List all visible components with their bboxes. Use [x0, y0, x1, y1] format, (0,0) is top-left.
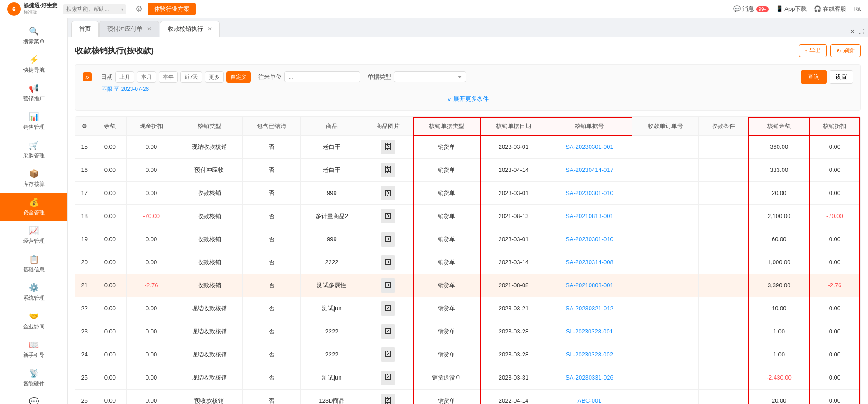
- query-btn[interactable]: 查询: [801, 70, 827, 84]
- refresh-btn[interactable]: ↻ 刷新: [830, 44, 861, 57]
- date-btn-last-month[interactable]: 上月: [115, 71, 134, 83]
- expand-more-btn[interactable]: ∨ 展开更多条件: [447, 95, 489, 103]
- export-btn[interactable]: ↑ 导出: [799, 44, 827, 57]
- tab-close-icon[interactable]: ✕: [850, 28, 855, 35]
- collab-icon: 🤝: [29, 311, 39, 321]
- tab-home[interactable]: 首页: [71, 21, 99, 37]
- th-goods-img: 商品图片: [363, 117, 413, 135]
- row-bill-no[interactable]: SA-20230331-026: [547, 366, 632, 389]
- sidebar-label-purchase: 采购管理: [23, 152, 45, 160]
- setting-btn[interactable]: 设置: [830, 70, 853, 84]
- sidebar-item-marketing[interactable]: 📢 营销推广: [0, 79, 67, 107]
- table-row: 19 0.00 0.00 收款核销 否 999 🖼 销货单 2023-03-01…: [75, 228, 860, 251]
- bill-no-link[interactable]: SL-20230328-001: [566, 328, 613, 335]
- row-bill-no[interactable]: SL-20230328-001: [547, 320, 632, 343]
- tab-prepay[interactable]: 预付冲应付单 ✕: [99, 21, 159, 37]
- settings-icon[interactable]: ⚙: [135, 4, 142, 14]
- bill-type-select[interactable]: [394, 71, 466, 82]
- filter-expand-btn[interactable]: »: [83, 72, 92, 81]
- sidebar-item-hardware[interactable]: 📡 智能硬件: [0, 364, 67, 392]
- bill-no-link[interactable]: SA-20230414-017: [566, 166, 613, 173]
- date-btn-custom[interactable]: 自定义: [226, 71, 251, 83]
- th-bill-date[interactable]: 核销单据日期: [480, 117, 547, 135]
- bill-no-link[interactable]: SL-20230328-002: [566, 351, 613, 358]
- tab-prepay-close-icon[interactable]: ✕: [147, 26, 151, 32]
- sidebar-item-system[interactable]: ⚙️ 系统管理: [0, 278, 67, 307]
- tab-expand-icon[interactable]: ⛶: [859, 28, 864, 35]
- row-condition: [698, 389, 748, 404]
- bill-no-link[interactable]: SA-20230301-001: [566, 143, 613, 150]
- row-verify-type: 现结收款核销: [176, 343, 242, 366]
- row-bill-no[interactable]: SA-20210808-001: [547, 274, 632, 297]
- online-service-item[interactable]: 🎧 在线客服: [814, 5, 846, 13]
- sidebar-item-search[interactable]: 🔍 搜索菜单: [0, 22, 67, 50]
- bill-no-link[interactable]: SA-20210813-001: [566, 213, 613, 219]
- row-bill-no[interactable]: ABC-001: [547, 389, 632, 404]
- sidebar-item-finance[interactable]: 💰 资金管理: [0, 193, 67, 221]
- sidebar-item-shortcut[interactable]: ⚡ 快捷导航: [0, 50, 67, 79]
- row-balance: 0.00: [94, 320, 127, 343]
- sidebar-item-inventory[interactable]: 📦 库存核算: [0, 164, 67, 193]
- sidebar-item-wechat[interactable]: 💬 企业微信: [0, 392, 67, 404]
- row-bill-no[interactable]: SA-20230414-017: [547, 158, 632, 181]
- th-bill-no[interactable]: 核销单据号: [547, 117, 632, 135]
- row-no: 18: [75, 204, 94, 228]
- th-bill-type[interactable]: 核销单据类型: [413, 117, 480, 135]
- sidebar-label-search: 搜索菜单: [23, 38, 45, 46]
- date-btn-more[interactable]: 更多: [205, 71, 224, 83]
- bill-no-link[interactable]: SA-20210808-001: [566, 282, 613, 289]
- row-bill-no[interactable]: SA-20230301-001: [547, 135, 632, 158]
- sidebar-label-collab: 企业协同: [23, 323, 45, 331]
- row-bill-no[interactable]: SA-20230314-008: [547, 251, 632, 274]
- row-included: 否: [242, 228, 300, 251]
- row-included: 否: [242, 297, 300, 320]
- bill-no-link[interactable]: ABC-001: [578, 397, 602, 404]
- row-bill-no[interactable]: SA-20230301-010: [547, 228, 632, 251]
- th-discount[interactable]: 核销折扣: [810, 117, 860, 135]
- message-item[interactable]: 💬 消息 99+: [733, 5, 769, 13]
- sidebar-item-purchase[interactable]: 🛒 采购管理: [0, 136, 67, 164]
- refresh-label: 刷新: [843, 47, 855, 55]
- row-bill-date: 2023-03-14: [480, 251, 547, 274]
- tab-current-close-icon[interactable]: ✕: [208, 26, 212, 32]
- bill-no-link[interactable]: SA-20230314-008: [566, 259, 613, 266]
- tab-current[interactable]: 收款核销执行 ✕: [160, 21, 220, 37]
- date-btn-this-month[interactable]: 本月: [137, 71, 156, 83]
- sidebar-item-sales[interactable]: 📊 销售管理: [0, 107, 67, 136]
- row-order-no: [632, 320, 699, 343]
- bill-no-link[interactable]: SA-20230301-010: [566, 190, 613, 196]
- row-no: 19: [75, 228, 94, 251]
- row-bill-no[interactable]: SA-20230321-012: [547, 297, 632, 320]
- table-settings-icon[interactable]: ⚙: [82, 123, 87, 129]
- row-bill-no[interactable]: SL-20230328-002: [547, 343, 632, 366]
- logo: 6 畅捷通·好生意 标准版: [7, 2, 57, 16]
- industry-btn[interactable]: 体验行业方案: [148, 3, 196, 15]
- row-no: 17: [75, 181, 94, 204]
- top-search-input[interactable]: [63, 4, 126, 14]
- bill-no-link[interactable]: SA-20230321-012: [566, 305, 613, 312]
- message-label: 消息: [742, 5, 754, 12]
- date-btn-this-year[interactable]: 本年: [159, 71, 178, 83]
- bill-no-link[interactable]: SA-20230301-010: [566, 236, 613, 242]
- chevron-down-icon: ∨: [447, 96, 452, 103]
- th-amount[interactable]: 核销金额: [749, 117, 810, 135]
- sidebar-item-guide[interactable]: 📖 新手引导: [0, 335, 67, 364]
- user-item[interactable]: Rit: [854, 5, 861, 12]
- goods-img-cell: 🖼: [363, 204, 413, 228]
- date-btn-7days[interactable]: 近7天: [180, 71, 203, 83]
- sidebar-item-collab[interactable]: 🤝 企业协同: [0, 307, 67, 335]
- table-row: 15 0.00 0.00 现结收款核销 否 老白干 🖼 销货单 2023-03-…: [75, 135, 860, 158]
- row-goods: 2222: [301, 251, 363, 274]
- row-bill-no[interactable]: SA-20230301-010: [547, 181, 632, 204]
- sidebar-item-operation[interactable]: 📈 经营管理: [0, 221, 67, 250]
- row-balance: 0.00: [94, 251, 127, 274]
- sidebar-item-base[interactable]: 📋 基础信息: [0, 250, 67, 278]
- row-bill-no[interactable]: SA-20210813-001: [547, 204, 632, 228]
- sidebar-label-marketing: 营销推广: [23, 95, 45, 103]
- row-condition: [698, 135, 748, 158]
- date-label: 日期: [101, 73, 113, 81]
- bill-no-link[interactable]: SA-20230331-026: [566, 374, 613, 381]
- row-included: 否: [242, 181, 300, 204]
- partner-input[interactable]: [284, 71, 360, 82]
- app-download-item[interactable]: 📱 App下载: [776, 5, 807, 13]
